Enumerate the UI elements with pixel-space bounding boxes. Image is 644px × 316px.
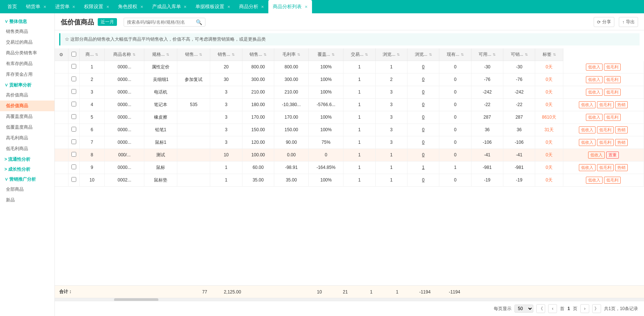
cell-s1: 30 xyxy=(210,73,242,86)
sidebar-item-high-value[interactable]: 高价值商品 xyxy=(0,90,54,101)
cell-view1[interactable]: 0 xyxy=(407,149,439,161)
cell-no: 8 xyxy=(79,149,105,161)
cell-check[interactable] xyxy=(68,136,79,149)
cell-tags: 低收入低毛利 xyxy=(563,111,644,123)
nav-analysis-list[interactable]: 商品分析列表 ✕ xyxy=(268,0,312,13)
check-all[interactable] xyxy=(71,52,76,57)
nav-sales[interactable]: 销货单 ✕ xyxy=(21,0,51,13)
nav-close-analysis-list[interactable]: ✕ xyxy=(305,5,308,9)
nav-close-analysis[interactable]: ✕ xyxy=(261,5,264,9)
sidebar-item-traded[interactable]: 交易过的商品 xyxy=(0,37,54,48)
sidebar-item-all-products[interactable]: 全部商品 xyxy=(0,184,54,195)
sidebar-item-high-margin[interactable]: 高毛利商品 xyxy=(0,133,54,143)
sidebar-item-high-coverage[interactable]: 高覆盖度商品 xyxy=(0,111,54,122)
cell-coverage: 1 xyxy=(343,111,375,123)
nav-close-purchase[interactable]: ✕ xyxy=(72,5,75,9)
cell-check[interactable] xyxy=(68,98,79,111)
cell-view1[interactable]: 0 xyxy=(407,73,439,86)
sidebar-section-growth[interactable]: > 成长性分析 xyxy=(0,164,54,174)
cell-check[interactable] xyxy=(68,149,79,161)
nav-roles[interactable]: 角色授权 ✕ xyxy=(114,0,148,13)
row-checkbox[interactable] xyxy=(71,89,76,94)
nav-purchase[interactable]: 进货单 ✕ xyxy=(51,0,80,13)
th-available: 可用...⇅ xyxy=(471,48,503,61)
sidebar-item-category-sales[interactable]: 商品分类销售率 xyxy=(0,48,54,58)
row-checkbox[interactable] xyxy=(71,177,76,182)
cell-view1[interactable]: 0 xyxy=(407,111,439,123)
row-checkbox[interactable] xyxy=(71,102,76,106)
cell-view2: 0 xyxy=(439,86,471,98)
sidebar-section-contribution[interactable]: ∨ 贡献率分析 xyxy=(0,80,54,90)
nav-production[interactable]: 产成品入库单 ✕ xyxy=(148,0,191,13)
sidebar-item-stock-value[interactable]: 库存资金占用 xyxy=(0,69,54,80)
first-page-btn[interactable]: 《 xyxy=(536,304,545,313)
sidebar-item-sales-products[interactable]: 销售类商品 xyxy=(0,26,54,37)
nav-home[interactable]: 首页 xyxy=(3,0,21,13)
row-checkbox[interactable] xyxy=(71,127,76,132)
view1-link[interactable]: 0 xyxy=(422,127,425,132)
view1-link[interactable]: 0 xyxy=(422,115,425,120)
last-page-btn[interactable]: 》 xyxy=(592,304,601,313)
sidebar-item-new-products[interactable]: 新品 xyxy=(0,195,54,205)
cell-margin: 100% xyxy=(309,73,343,86)
cell-view1[interactable]: 0 xyxy=(407,123,439,136)
cell-check[interactable] xyxy=(68,73,79,86)
cell-view1[interactable]: 0 xyxy=(407,136,439,149)
top-nav: 首页 销货单 ✕ 进货单 ✕ 权限设置 ✕ 角色授权 ✕ 产成品入库单 ✕ 单据… xyxy=(0,0,644,13)
row-checkbox[interactable] xyxy=(71,114,76,119)
search-input[interactable] xyxy=(127,20,194,25)
nav-permissions[interactable]: 权限设置 ✕ xyxy=(80,0,114,13)
next-page-btn[interactable]: › xyxy=(580,304,589,313)
cell-view1[interactable]: 0 xyxy=(407,61,439,74)
row-checkbox[interactable] xyxy=(71,139,76,144)
cell-view1[interactable]: 0 xyxy=(407,86,439,98)
nav-close-permissions[interactable]: ✕ xyxy=(106,5,109,9)
view1-link[interactable]: 1 xyxy=(422,165,425,170)
view1-link[interactable]: 0 xyxy=(422,89,425,95)
nav-close-production[interactable]: ✕ xyxy=(184,5,187,9)
sidebar-section-overall[interactable]: ∨ 整体信息 xyxy=(0,16,54,26)
view1-link[interactable]: 0 xyxy=(422,102,425,107)
filter-button[interactable]: 近一月 xyxy=(98,18,117,26)
cell-saleable: 0天 xyxy=(535,136,563,149)
view1-link[interactable]: 0 xyxy=(422,64,425,69)
nav-close-sales[interactable]: ✕ xyxy=(43,5,46,9)
row-checkbox[interactable] xyxy=(71,164,76,169)
cell-check[interactable] xyxy=(68,86,79,98)
th-no: 商...⇅ xyxy=(79,48,105,61)
sidebar-item-low-value[interactable]: 低价值商品 xyxy=(0,101,54,111)
export-button[interactable]: ↑ 导出 xyxy=(619,17,638,27)
per-page-select[interactable]: 50 100 200 xyxy=(514,305,533,313)
th-check[interactable] xyxy=(68,48,79,61)
view1-link[interactable]: 0 xyxy=(422,152,425,157)
cell-view1[interactable]: 0 xyxy=(407,98,439,111)
settings-icon[interactable]: ⚙ xyxy=(59,52,63,57)
cell-view1[interactable]: 1 xyxy=(407,161,439,174)
cell-check[interactable] xyxy=(68,174,79,186)
cell-code: 0000... xyxy=(105,161,144,174)
view1-link[interactable]: 0 xyxy=(422,77,425,82)
th-settings[interactable]: ⚙ xyxy=(55,48,68,61)
nav-close-roles[interactable]: ✕ xyxy=(140,5,143,9)
cell-check[interactable] xyxy=(68,123,79,136)
cell-check[interactable] xyxy=(68,161,79,174)
nav-close-templates[interactable]: ✕ xyxy=(227,5,230,9)
prev-page-btn[interactable]: ‹ xyxy=(548,304,557,313)
sidebar-section-circulation[interactable]: > 流通性分析 xyxy=(0,154,54,164)
sidebar-item-stock-products[interactable]: 有库存的商品 xyxy=(0,58,54,69)
row-checkbox[interactable] xyxy=(71,152,76,157)
view1-link[interactable]: 0 xyxy=(422,177,425,183)
cell-check[interactable] xyxy=(68,111,79,123)
row-checkbox[interactable] xyxy=(71,77,76,81)
row-checkbox[interactable] xyxy=(71,64,76,69)
view1-link[interactable]: 0 xyxy=(422,140,425,145)
nav-analysis[interactable]: 商品分析 ✕ xyxy=(235,0,269,13)
cell-check[interactable] xyxy=(68,61,79,74)
nav-templates[interactable]: 单据模板设置 ✕ xyxy=(191,0,235,13)
share-button[interactable]: ⟳ 分享 xyxy=(594,17,614,27)
sidebar-item-low-margin[interactable]: 低毛利商品 xyxy=(0,143,54,154)
sidebar-section-marketing[interactable]: ∨ 营销推广分析 xyxy=(0,174,54,184)
sidebar-item-low-coverage[interactable]: 低覆盖度商品 xyxy=(0,122,54,133)
cell-view1[interactable]: 0 xyxy=(407,174,439,186)
table-container[interactable]: ⚙ 商...⇅ 商品名称⇅ 规格...⇅ 销售...⇅ 销售...⇅ 销售...… xyxy=(55,48,644,285)
